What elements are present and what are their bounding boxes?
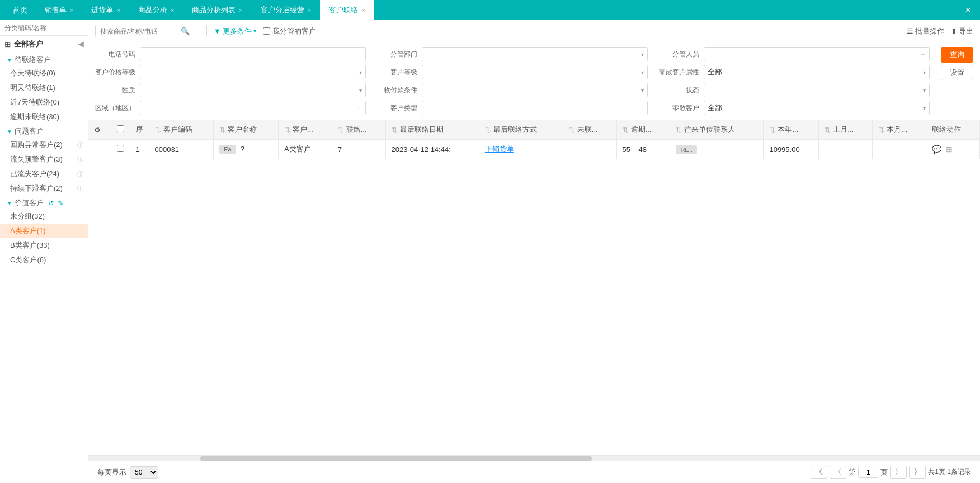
nav-home[interactable]: 首页 <box>4 0 36 20</box>
nav-tab-sales[interactable]: 销售单 × <box>36 0 82 20</box>
nav-tab-customer-segment[interactable]: 客户分层经营 × <box>252 0 320 20</box>
query-button[interactable]: 查询 <box>941 47 973 63</box>
filter-bar: 🔍 ▼ 更多条件 ▾ 我分管的客户 ☰ 批量操作 ⬆ 导出 <box>88 20 980 42</box>
filter-search-input[interactable] <box>100 27 178 35</box>
status-select[interactable]: ▾ <box>704 83 930 97</box>
phone-select[interactable] <box>140 47 366 61</box>
my-customer-filter[interactable]: 我分管的客户 <box>263 26 316 36</box>
main-layout: 🔍 ⊞ 全部客户 ◀ ▼ 待联络客户 今天待联络(0) 明天待联络(1) 近7天… <box>0 20 980 483</box>
sidebar-all-customers[interactable]: ⊞ 全部客户 ◀ <box>0 36 88 53</box>
last-page-btn[interactable]: 》 <box>909 466 926 479</box>
customer-table: ⚙ 序 ⇅ 客户编码 <box>88 120 980 159</box>
price-grade-select[interactable]: ▾ <box>140 65 366 79</box>
sidebar-item-tomorrow[interactable]: 明天待联络(1) <box>0 80 88 95</box>
sidebar-item-7days[interactable]: 近7天待联络(0) <box>0 95 88 110</box>
th-customer-type: ⇅ 客户... <box>278 120 332 140</box>
td-index: 1 <box>130 140 149 159</box>
sidebar-item-abnormal[interactable]: 回购异常客户(2) ⓘ <box>0 138 88 152</box>
last-contact-link[interactable]: 下销货单 <box>485 145 514 153</box>
next-page-btn[interactable]: 〉 <box>890 466 907 479</box>
customer-grade-select[interactable]: ▾ <box>422 65 648 79</box>
scrollbar-thumb[interactable] <box>200 456 592 461</box>
td-checkbox <box>111 140 130 159</box>
sort-icon-5: ⇅ <box>392 126 398 134</box>
customer-type-select[interactable] <box>422 101 648 115</box>
filter-more-btn[interactable]: ▼ 更多条件 ▾ <box>214 26 256 36</box>
settings-button[interactable]: 设置 <box>941 65 973 80</box>
nature-select[interactable]: ▾ <box>140 83 366 97</box>
edit-icon[interactable]: ✎ <box>58 199 64 207</box>
info-icon-3: ⓘ <box>77 170 83 178</box>
sidebar-search-input[interactable] <box>4 24 88 32</box>
close-purchase-tab[interactable]: × <box>116 0 120 20</box>
page-controls: 《 〈 第 页 〉 》 共1页 1条记录 <box>811 466 971 479</box>
sidebar-item-declining[interactable]: 持续下滑客户(2) ⓘ <box>0 181 88 196</box>
th-uncontacted: ⇅ 未联... <box>563 120 616 140</box>
td-this-month <box>873 140 926 159</box>
refresh-icon[interactable]: ↺ <box>48 199 54 207</box>
filter-cell-status: 状态 ▾ <box>659 83 930 97</box>
retail-attr-caret: ▾ <box>923 69 926 75</box>
sidebar-contact-pending-group: ▼ 待联络客户 <box>0 53 88 66</box>
prev-page-btn[interactable]: 〈 <box>830 466 846 479</box>
export-btn[interactable]: ⬆ 导出 <box>951 26 973 36</box>
sidebar-item-a-class[interactable]: A类客户(1) <box>0 224 88 238</box>
close-sales-tab[interactable]: × <box>70 0 73 20</box>
bulk-ops-btn[interactable]: ☰ 批量操作 <box>907 26 944 36</box>
filter-cell-retail-customer: 零散客户 全部 ▾ <box>659 101 930 115</box>
dept-select[interactable]: ▾ <box>422 47 648 61</box>
my-customer-checkbox[interactable] <box>263 27 270 35</box>
sidebar-item-c-class[interactable]: C类客户(6) <box>0 253 88 267</box>
sidebar-item-warning[interactable]: 流失预警客户(3) ⓘ <box>0 152 88 167</box>
nav-close-button[interactable]: × <box>960 4 976 16</box>
first-page-btn[interactable]: 《 <box>811 466 827 479</box>
sort-icon: ⇅ <box>155 126 161 134</box>
settings-gear-icon[interactable]: ⚙ <box>94 126 101 134</box>
td-last-contact-date: 2023-04-12 14:44: <box>385 140 479 159</box>
horizontal-scrollbar[interactable] <box>88 455 980 461</box>
nav-tab-purchase[interactable]: 进货单 × <box>82 0 129 20</box>
td-settings <box>88 140 111 159</box>
th-last-month: ⇅ 上月... <box>819 120 873 140</box>
price-grade-caret: ▾ <box>359 69 362 75</box>
td-overdue: 55 48 <box>616 140 670 159</box>
filter-cell-retail-attr: 零散客户属性 全部 ▾ <box>659 65 930 79</box>
bulk-ops-icon: ☰ <box>907 27 913 35</box>
nav-tab-analysis-list[interactable]: 商品分析列表 × <box>183 0 251 20</box>
close-analysis-list-tab[interactable]: × <box>239 0 242 20</box>
nav-tab-customer-contact[interactable]: 客户联络 × <box>320 0 374 20</box>
sidebar-item-ungrouped[interactable]: 未分组(32) <box>0 209 88 224</box>
retail-customer-select[interactable]: 全部 ▾ <box>704 101 930 115</box>
sidebar-item-lost[interactable]: 已流失客户(24) ⓘ <box>0 167 88 181</box>
sidebar-item-overdue[interactable]: 逾期未联络(30) <box>0 110 88 124</box>
filter-row-4: 区域（地区） ··· 客户类型 <box>95 101 930 115</box>
retail-attr-select[interactable]: 全部 ▾ <box>704 65 930 79</box>
payment-select[interactable]: ▾ <box>422 83 648 97</box>
close-contact-tab[interactable]: × <box>361 0 365 20</box>
th-contact-count: ⇅ 联络... <box>332 120 385 140</box>
collapse-icon[interactable]: ◀ <box>78 40 83 48</box>
close-analysis-tab[interactable]: × <box>171 0 174 20</box>
close-segment-tab[interactable]: × <box>308 0 311 20</box>
filter-actions: 查询 设置 <box>930 47 973 115</box>
qr-action-icon[interactable]: ⊞ <box>946 145 953 154</box>
advanced-filter: 电话号码 分管部门 ▾ <box>88 42 980 120</box>
row-checkbox[interactable] <box>117 145 124 152</box>
name-blocked: Ea <box>219 145 235 154</box>
region-select[interactable]: ··· <box>140 101 366 115</box>
filter-search-icon[interactable]: 🔍 <box>181 27 190 35</box>
nav-tab-analysis[interactable]: 商品分析 × <box>129 0 183 20</box>
person-select[interactable]: ··· <box>704 47 930 61</box>
th-actions: 联络动作 <box>926 120 979 140</box>
td-customer-type: A类客户 <box>278 140 332 159</box>
customer-grade-caret: ▾ <box>641 69 644 75</box>
td-name: Ea ？ <box>214 140 279 159</box>
select-all-checkbox[interactable] <box>117 125 124 132</box>
page-size-select[interactable]: 50 100 200 <box>130 466 158 479</box>
sidebar-item-b-class[interactable]: B类客户(33) <box>0 238 88 253</box>
message-action-icon[interactable]: 💬 <box>932 145 941 154</box>
page-input[interactable] <box>858 467 878 478</box>
sidebar-item-today[interactable]: 今天待联络(0) <box>0 66 88 80</box>
filter-cell-payment: 收付款条件 ▾ <box>377 83 648 97</box>
th-index: 序 <box>130 120 149 140</box>
